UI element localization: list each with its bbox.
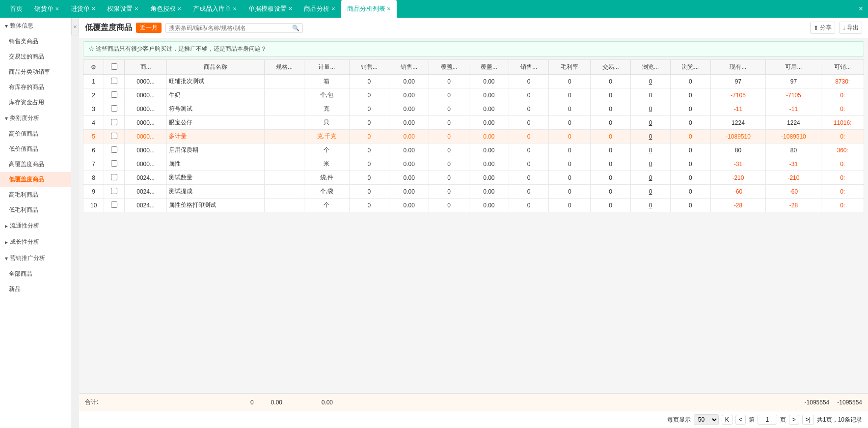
row-checkbox[interactable] <box>104 143 125 157</box>
row-select-checkbox[interactable] <box>111 105 117 112</box>
page-input[interactable] <box>758 415 777 425</box>
row-browse1[interactable]: 0 <box>630 171 670 185</box>
sidebar-item-stocked-goods[interactable]: 有库存的商品 <box>0 80 71 95</box>
row-select-checkbox[interactable] <box>111 146 117 153</box>
row-select-checkbox[interactable] <box>111 160 117 167</box>
row-checkbox[interactable] <box>104 199 125 212</box>
sidebar-item-high-value[interactable]: 高价值商品 <box>0 126 71 142</box>
sidebar-item-sales-goods[interactable]: 销售类商品 <box>0 34 71 49</box>
col-available-stock[interactable]: 可用... <box>766 60 821 75</box>
row-checkbox[interactable] <box>104 130 125 143</box>
col-sales-amount[interactable]: 销售... <box>389 60 429 75</box>
first-page-btn[interactable]: K <box>722 415 732 425</box>
nav-product[interactable]: 产成品入库单 × <box>187 0 243 18</box>
col-unit[interactable]: 计量... <box>304 60 349 75</box>
col-coverage1[interactable]: 覆盖... <box>429 60 469 75</box>
section-marketing[interactable]: ▾ 营销推广分析 <box>0 250 71 266</box>
sidebar-item-low-value[interactable]: 低价值商品 <box>0 142 71 157</box>
nav-analysis[interactable]: 商品分析 × <box>298 0 341 18</box>
row-name[interactable]: 旺辅批次测试 <box>167 75 265 88</box>
col-current-stock[interactable]: 现有... <box>710 60 766 75</box>
col-browse1[interactable]: 浏览... <box>630 60 670 75</box>
sidebar-item-stock-capital[interactable]: 库存资金占用 <box>0 95 71 110</box>
row-name[interactable]: 测试提成 <box>167 185 265 199</box>
search-box[interactable]: 🔍 <box>165 23 303 33</box>
row-name[interactable]: 属性价格打印测试 <box>167 199 265 212</box>
sidebar-item-all-goods[interactable]: 全部商品 <box>0 266 71 282</box>
row-browse1[interactable]: 0 <box>630 143 670 157</box>
sidebar-collapse-btn[interactable]: « <box>71 18 79 35</box>
row-select-checkbox[interactable] <box>111 201 117 208</box>
prev-page-btn[interactable]: < <box>735 415 746 425</box>
sidebar-item-category-rate[interactable]: 商品分类动销率 <box>0 64 71 80</box>
row-coverage1: 0 <box>429 116 469 130</box>
sidebar-item-traded-goods[interactable]: 交易过的商品 <box>0 49 71 64</box>
next-page-btn[interactable]: > <box>789 415 799 425</box>
row-select-checkbox[interactable] <box>111 119 117 125</box>
row-checkbox[interactable] <box>104 102 125 116</box>
row-browse1[interactable]: 0 <box>630 185 670 199</box>
row-checkbox[interactable] <box>104 75 125 88</box>
nav-home[interactable]: 首页 <box>4 0 28 18</box>
sidebar-item-low-coverage[interactable]: 低覆盖度商品 <box>0 172 71 187</box>
row-checkbox[interactable] <box>104 171 125 185</box>
nav-sales[interactable]: 销货单 × <box>28 0 65 18</box>
sidebar-item-new-goods[interactable]: 新品 <box>0 282 71 297</box>
col-sellable[interactable]: 可销... <box>821 60 864 75</box>
row-browse1[interactable]: 0 <box>630 75 670 88</box>
row-select-checkbox[interactable] <box>111 174 117 180</box>
row-checkbox[interactable] <box>104 88 125 102</box>
row-checkbox[interactable] <box>104 116 125 130</box>
section-overall[interactable]: ▾ 整体信息 <box>0 18 71 34</box>
col-profit-rate[interactable]: 毛利率 <box>549 60 591 75</box>
nav-purchase[interactable]: 进货单 × <box>65 0 101 18</box>
row-browse1[interactable]: 0 <box>630 88 670 102</box>
row-name[interactable]: 测试数量 <box>167 171 265 185</box>
last-page-btn[interactable]: >| <box>802 415 814 425</box>
row-select-checkbox[interactable] <box>111 133 117 139</box>
search-input[interactable] <box>169 25 292 31</box>
nav-permission[interactable]: 权限设置 × <box>101 0 144 18</box>
row-select-checkbox[interactable] <box>111 91 117 98</box>
row-name[interactable]: 多计量 <box>167 130 265 143</box>
section-growth[interactable]: ▸ 成长性分析 <box>0 234 71 250</box>
nav-role[interactable]: 角色授权 × <box>144 0 187 18</box>
row-name[interactable]: 符号测试 <box>167 102 265 116</box>
row-name[interactable]: 牛奶 <box>167 88 265 102</box>
section-category[interactable]: ▾ 类别度分析 <box>0 110 71 126</box>
share-button[interactable]: ⬆ 分享 <box>810 22 835 34</box>
col-code[interactable]: 商... <box>124 60 166 75</box>
sidebar-item-low-profit[interactable]: 低毛利商品 <box>0 202 71 218</box>
row-browse1[interactable]: 0 <box>630 199 670 212</box>
nav-template[interactable]: 单据模板设置 × <box>243 0 298 18</box>
nav-analysis-list[interactable]: 商品分析列表 × <box>341 0 397 18</box>
row-name[interactable]: 属性 <box>167 157 265 171</box>
sidebar-item-high-profit[interactable]: 高毛利商品 <box>0 187 71 202</box>
row-browse1[interactable]: 0 <box>630 157 670 171</box>
col-settings[interactable]: ⚙ <box>83 60 104 75</box>
col-sales-ratio[interactable]: 销售... <box>509 60 549 75</box>
col-spec[interactable]: 规格... <box>264 60 304 75</box>
select-all-checkbox[interactable] <box>111 63 117 70</box>
row-checkbox[interactable] <box>104 157 125 171</box>
col-coverage2[interactable]: 覆盖... <box>469 60 509 75</box>
col-name[interactable]: 商品名称 <box>167 60 265 75</box>
close-button[interactable]: × <box>859 4 863 13</box>
per-page-select[interactable]: 50 10 20 100 <box>694 414 719 425</box>
section-liquidity[interactable]: ▸ 流通性分析 <box>0 218 71 234</box>
col-browse2[interactable]: 浏览... <box>671 60 710 75</box>
row-browse1[interactable]: 0 <box>630 116 670 130</box>
row-browse1[interactable]: 0 <box>630 130 670 143</box>
row-name[interactable]: 眼宝公仔 <box>167 116 265 130</box>
export-button[interactable]: ↓ 导出 <box>839 22 862 34</box>
row-checkbox[interactable] <box>104 185 125 199</box>
period-button[interactable]: 近一月 <box>136 23 162 33</box>
col-checkbox[interactable] <box>104 60 125 75</box>
row-browse1[interactable]: 0 <box>630 102 670 116</box>
col-sales-count[interactable]: 销售... <box>349 60 389 75</box>
col-trade[interactable]: 交易... <box>591 60 630 75</box>
row-select-checkbox[interactable] <box>111 78 117 84</box>
row-select-checkbox[interactable] <box>111 188 117 194</box>
sidebar-item-high-coverage[interactable]: 高覆盖度商品 <box>0 157 71 172</box>
row-name[interactable]: 启用保质期 <box>167 143 265 157</box>
